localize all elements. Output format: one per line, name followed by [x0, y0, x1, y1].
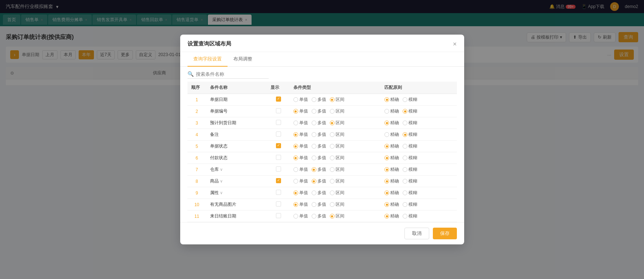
- match-radio-模糊[interactable]: 模糊: [403, 97, 417, 103]
- type-radio-多值[interactable]: 多值: [312, 108, 326, 114]
- type-radio-多值[interactable]: 多值: [312, 155, 326, 161]
- match-radio-模糊[interactable]: 模糊: [403, 131, 417, 138]
- type-radio-区间[interactable]: 区间: [330, 190, 344, 196]
- match-radio-精确[interactable]: 精确: [384, 155, 399, 161]
- type-radio-单值[interactable]: 单值: [293, 213, 308, 219]
- match-radio-精确[interactable]: 精确: [384, 166, 399, 173]
- match-radio-模糊[interactable]: 模糊: [403, 143, 417, 149]
- cell-display[interactable]: [267, 176, 290, 187]
- display-checkbox[interactable]: [276, 131, 281, 137]
- type-radio-单值[interactable]: 单值: [293, 97, 308, 103]
- type-radio-多值[interactable]: 多值: [312, 97, 326, 103]
- type-radio-区间[interactable]: 区间: [330, 143, 344, 149]
- radio-circle-icon: [384, 132, 389, 137]
- match-radio-精确[interactable]: 精确: [384, 178, 399, 184]
- display-checkbox[interactable]: [276, 143, 281, 148]
- type-radio-多值[interactable]: 多值: [312, 201, 326, 208]
- type-radio-区间[interactable]: 区间: [330, 120, 344, 126]
- type-radio-多值[interactable]: 多值: [312, 131, 326, 138]
- display-checkbox[interactable]: [276, 155, 281, 160]
- type-radio-单值[interactable]: 单值: [293, 155, 308, 161]
- cell-display[interactable]: [267, 106, 290, 117]
- type-radio-区间[interactable]: 区间: [330, 201, 344, 208]
- display-checkbox[interactable]: [276, 178, 281, 183]
- match-radio-模糊[interactable]: 模糊: [403, 201, 417, 208]
- display-checkbox[interactable]: [276, 213, 281, 218]
- cell-type: 单值多值区间: [290, 141, 381, 152]
- type-radio-单值[interactable]: 单值: [293, 166, 308, 173]
- type-radio-单值[interactable]: 单值: [293, 143, 308, 149]
- type-radio-区间[interactable]: 区间: [330, 131, 344, 138]
- type-radio-多值[interactable]: 多值: [312, 120, 326, 126]
- type-radio-区间[interactable]: 区间: [330, 97, 344, 103]
- type-radio-单值[interactable]: 单值: [293, 131, 308, 138]
- type-radio-区间[interactable]: 区间: [330, 213, 344, 219]
- cancel-button[interactable]: 取消: [404, 228, 429, 239]
- cell-display[interactable]: [267, 164, 290, 176]
- type-radio-区间[interactable]: 区间: [330, 178, 344, 184]
- type-radio-区间[interactable]: 区间: [330, 155, 344, 161]
- search-input[interactable]: [196, 71, 269, 77]
- cell-display[interactable]: [267, 199, 290, 211]
- display-checkbox[interactable]: [276, 97, 281, 102]
- cell-type: 单值多值区间: [290, 187, 381, 199]
- cell-order: 11: [187, 211, 206, 222]
- type-radio-单值[interactable]: 单值: [293, 108, 308, 114]
- display-checkbox[interactable]: [276, 201, 281, 207]
- modal-tab-query-fields-label: 查询字段设置: [193, 56, 222, 62]
- match-radio-精确[interactable]: 精确: [384, 213, 399, 219]
- modal-overlay[interactable]: 设置查询区域布局 × 查询字段设置 布局调整 🔍 顺序: [0, 0, 644, 279]
- match-radio-模糊[interactable]: 模糊: [403, 166, 417, 173]
- match-radio-精确[interactable]: 精确: [384, 131, 399, 138]
- save-button[interactable]: 保存: [433, 228, 457, 239]
- modal-dialog: 设置查询区域布局 × 查询字段设置 布局调整 🔍 顺序: [180, 35, 464, 244]
- type-radio-区间[interactable]: 区间: [330, 166, 344, 173]
- match-radio-模糊[interactable]: 模糊: [403, 155, 417, 161]
- match-radio-精确[interactable]: 精确: [384, 190, 399, 196]
- cell-display[interactable]: [267, 117, 290, 129]
- radio-circle-icon: [293, 214, 298, 219]
- display-checkbox[interactable]: [276, 166, 281, 172]
- type-radio-单值[interactable]: 单值: [293, 178, 308, 184]
- display-checkbox[interactable]: [276, 120, 281, 125]
- cell-match: 精确模糊: [381, 94, 457, 106]
- cell-name: 预计到货日期: [206, 117, 267, 129]
- match-radio-精确[interactable]: 精确: [384, 120, 399, 126]
- match-radio-模糊[interactable]: 模糊: [403, 190, 417, 196]
- cell-display[interactable]: [267, 211, 290, 222]
- radio-circle-icon: [293, 156, 298, 160]
- type-radio-多值[interactable]: 多值: [312, 178, 326, 184]
- match-radio-精确[interactable]: 精确: [384, 108, 399, 114]
- type-radio-多值[interactable]: 多值: [312, 143, 326, 149]
- type-radio-单值[interactable]: 单值: [293, 201, 308, 208]
- cell-display[interactable]: [267, 94, 290, 106]
- display-checkbox[interactable]: [276, 108, 281, 113]
- cell-type: 单值多值区间: [290, 152, 381, 164]
- modal-tab-query-fields[interactable]: 查询字段设置: [187, 52, 228, 67]
- match-radio-模糊[interactable]: 模糊: [403, 108, 417, 114]
- match-radio-精确[interactable]: 精确: [384, 143, 399, 149]
- match-radio-模糊[interactable]: 模糊: [403, 178, 417, 184]
- type-radio-多值[interactable]: 多值: [312, 166, 326, 173]
- cell-display[interactable]: [267, 129, 290, 141]
- expand-arrow-icon[interactable]: ∨: [220, 167, 223, 172]
- match-radio-精确[interactable]: 精确: [384, 201, 399, 208]
- cell-display[interactable]: [267, 152, 290, 164]
- type-radio-多值[interactable]: 多值: [312, 213, 326, 219]
- match-radio-模糊[interactable]: 模糊: [403, 120, 417, 126]
- modal-tab-layout[interactable]: 布局调整: [228, 52, 258, 67]
- type-radio-单值[interactable]: 单值: [293, 120, 308, 126]
- cell-display[interactable]: [267, 187, 290, 199]
- type-radio-区间[interactable]: 区间: [330, 108, 344, 114]
- expand-arrow-icon[interactable]: ∨: [220, 179, 223, 183]
- type-radio-单值[interactable]: 单值: [293, 190, 308, 196]
- expand-arrow-icon[interactable]: ∨: [220, 190, 223, 195]
- radio-circle-icon: [312, 109, 316, 114]
- modal-close-button[interactable]: ×: [453, 41, 457, 47]
- cell-display[interactable]: [267, 141, 290, 152]
- type-radio-多值[interactable]: 多值: [312, 190, 326, 196]
- display-checkbox[interactable]: [276, 190, 281, 195]
- match-radio-模糊[interactable]: 模糊: [403, 213, 417, 219]
- match-radio-精确[interactable]: 精确: [384, 97, 399, 103]
- cell-order: 8: [187, 176, 206, 187]
